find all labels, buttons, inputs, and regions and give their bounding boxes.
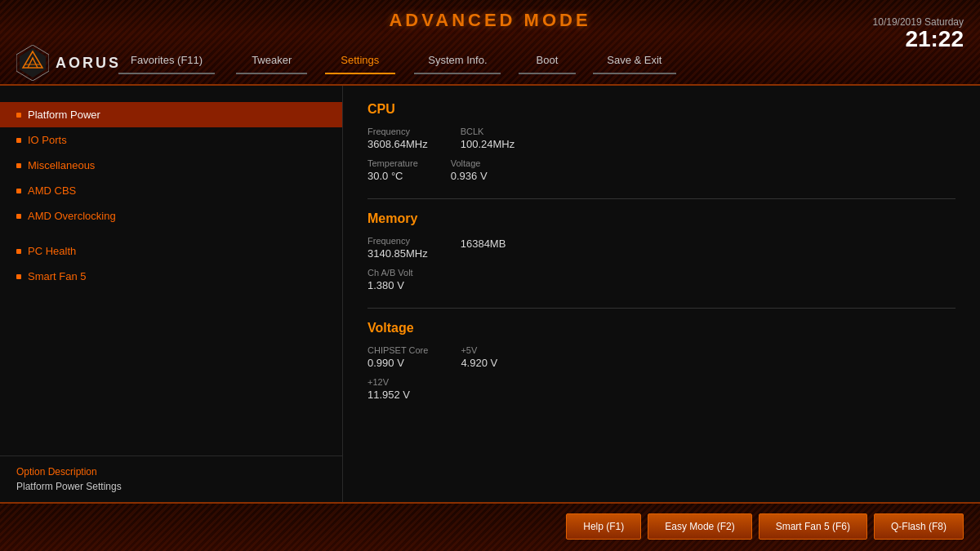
voltage-chipset-label: CHIPSET Core [368, 345, 428, 355]
time-display: 21:22 [873, 28, 964, 51]
menu-label-pc-health: PC Health [28, 245, 76, 257]
voltage-chipset-item: CHIPSET Core 0.990 V [368, 345, 428, 369]
cpu-temperature-label: Temperature [368, 158, 418, 168]
tab-sysinfo[interactable]: System Info. [403, 49, 511, 71]
voltage-row-2: +12V 11.952 V [368, 377, 956, 401]
datetime: 10/19/2019 Saturday 21:22 [873, 16, 964, 51]
menu-spacer [0, 229, 342, 238]
voltage-chipset-value: 0.990 V [368, 357, 428, 369]
voltage-title: Voltage [368, 321, 956, 335]
cpu-voltage-value: 0.936 V [451, 170, 488, 182]
voltage-12v-label: +12V [368, 377, 410, 387]
voltage-5v-value: 4.920 V [461, 357, 497, 369]
voltage-row-1: CHIPSET Core 0.990 V +5V 4.920 V [368, 345, 956, 369]
tab-boot[interactable]: Boot [512, 49, 583, 71]
cpu-bclk-item: BCLK 100.24MHz [461, 127, 514, 150]
main-content: Platform Power IO Ports Miscellaneous AM… [0, 86, 980, 502]
menu-item-platform-power[interactable]: Platform Power [0, 102, 342, 127]
option-description-title: Option Description [16, 466, 326, 478]
cpu-row-2: Temperature 30.0 °C Voltage 0.936 V [368, 158, 956, 182]
option-description: Option Description Platform Power Settin… [0, 455, 342, 502]
memory-row-2: Ch A/B Volt 1.380 V [368, 268, 956, 291]
menu-item-amd-cbs[interactable]: AMD CBS [0, 178, 342, 203]
footer-buttons: Help (F1) Easy Mode (F2) Smart Fan 5 (F6… [0, 502, 980, 551]
bullet-pc-health [16, 249, 21, 254]
voltage-5v-item: +5V 4.920 V [461, 345, 497, 369]
menu-item-smart-fan5[interactable]: Smart Fan 5 [0, 264, 342, 289]
menu-list: Platform Power IO Ports Miscellaneous AM… [0, 86, 342, 455]
tab-favorites[interactable]: Favorites (F11) [106, 49, 227, 71]
memory-chab-label: Ch A/B Volt [368, 268, 413, 278]
memory-divider [368, 308, 956, 309]
memory-size-value: 16384MB [461, 238, 506, 250]
cpu-temperature-value: 30.0 °C [368, 170, 418, 182]
cpu-temperature-item: Temperature 30.0 °C [368, 158, 418, 182]
voltage-section: Voltage CHIPSET Core 0.990 V +5V 4.920 V… [368, 321, 956, 401]
bullet-miscellaneous [16, 163, 21, 168]
bullet-amd-cbs [16, 189, 21, 193]
menu-label-platform-power: Platform Power [28, 109, 100, 121]
logo-area: AORUS [16, 45, 121, 81]
nav-tabs: Favorites (F11) Tweaker Settings System … [106, 49, 817, 71]
help-button[interactable]: Help (F1) [566, 513, 641, 540]
memory-frequency-value: 3140.85MHz [368, 247, 428, 260]
tab-settings[interactable]: Settings [316, 49, 403, 71]
easy-mode-button[interactable]: Easy Mode (F2) [648, 513, 751, 540]
memory-frequency-label: Frequency [368, 236, 428, 246]
cpu-voltage-label: Voltage [451, 158, 488, 168]
bullet-amd-overclocking [16, 214, 21, 219]
smart-fan5-button[interactable]: Smart Fan 5 (F6) [759, 513, 867, 540]
memory-row-1: Frequency 3140.85MHz 16384MB [368, 236, 956, 260]
menu-label-miscellaneous: Miscellaneous [28, 159, 95, 171]
right-panel: CPU Frequency 3608.64MHz BCLK 100.24MHz … [343, 86, 980, 502]
tab-save-exit[interactable]: Save & Exit [582, 49, 686, 71]
cpu-bclk-label: BCLK [461, 127, 514, 136]
memory-frequency-item: Frequency 3140.85MHz [368, 236, 428, 260]
page-title: ADVANCED MODE [389, 10, 590, 31]
menu-item-amd-overclocking[interactable]: AMD Overclocking [0, 203, 342, 229]
left-panel: Platform Power IO Ports Miscellaneous AM… [0, 86, 343, 502]
cpu-frequency-label: Frequency [368, 127, 428, 136]
voltage-12v-item: +12V 11.952 V [368, 377, 410, 401]
qflash-button[interactable]: Q-Flash (F8) [874, 513, 964, 540]
memory-size-item: 16384MB [461, 236, 506, 260]
memory-chab-value: 1.380 V [368, 279, 413, 291]
cpu-title: CPU [368, 102, 956, 117]
cpu-divider [368, 198, 956, 199]
cpu-bclk-value: 100.24MHz [461, 138, 514, 150]
bullet-platform-power [16, 113, 21, 118]
option-description-text: Platform Power Settings [16, 481, 326, 492]
cpu-row-1: Frequency 3608.64MHz BCLK 100.24MHz [368, 127, 956, 150]
bullet-smart-fan5 [16, 274, 21, 279]
aorus-logo-icon [16, 45, 49, 81]
bullet-io-ports [16, 138, 21, 143]
menu-label-amd-overclocking: AMD Overclocking [28, 210, 116, 222]
menu-item-pc-health[interactable]: PC Health [0, 238, 342, 264]
menu-label-io-ports: IO Ports [28, 134, 67, 146]
menu-label-smart-fan5: Smart Fan 5 [28, 270, 87, 282]
memory-chab-item: Ch A/B Volt 1.380 V [368, 268, 413, 291]
menu-item-io-ports[interactable]: IO Ports [0, 127, 342, 153]
cpu-frequency-value: 3608.64MHz [368, 138, 428, 150]
cpu-section: CPU Frequency 3608.64MHz BCLK 100.24MHz … [368, 102, 956, 182]
cpu-voltage-item: Voltage 0.936 V [451, 158, 488, 182]
cpu-frequency-item: Frequency 3608.64MHz [368, 127, 428, 150]
memory-section: Memory Frequency 3140.85MHz 16384MB Ch A… [368, 211, 956, 291]
voltage-5v-label: +5V [461, 345, 497, 355]
footer-background: Help (F1) Easy Mode (F2) Smart Fan 5 (F6… [0, 502, 980, 551]
menu-label-amd-cbs: AMD CBS [28, 184, 76, 197]
voltage-12v-value: 11.952 V [368, 389, 410, 401]
memory-title: Memory [368, 211, 956, 226]
menu-item-miscellaneous[interactable]: Miscellaneous [0, 153, 342, 178]
tab-tweaker[interactable]: Tweaker [227, 49, 316, 71]
header-background: ADVANCED MODE AORUS 10/19/2019 Saturday … [0, 0, 980, 86]
